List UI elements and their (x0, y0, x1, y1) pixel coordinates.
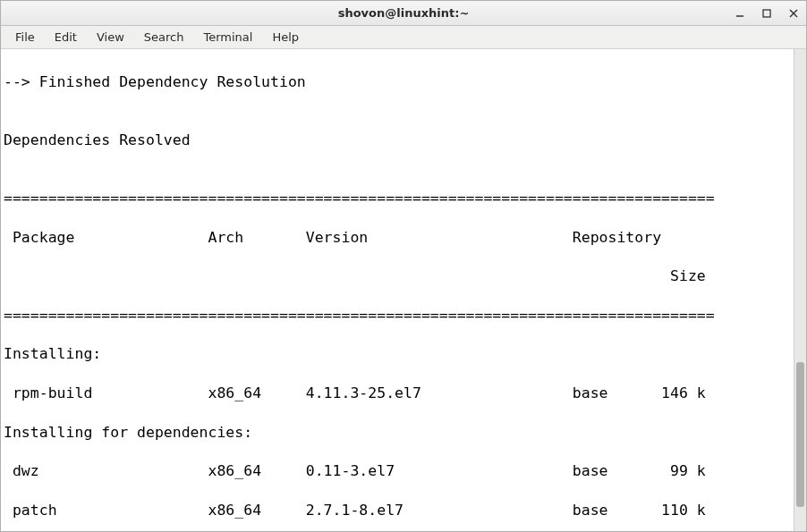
close-button[interactable] (786, 6, 801, 21)
svg-rect-1 (763, 10, 770, 17)
terminal-area: --> Finished Dependency Resolution Depen… (1, 49, 806, 531)
table-row: rpm-build x86_64 4.11.3-25.el7 base 146 … (4, 384, 791, 403)
terminal-line: ========================================… (4, 306, 791, 325)
window-controls (733, 6, 801, 21)
window-titlebar: shovon@linuxhint:~ (1, 1, 806, 26)
section-header: Installing for dependencies: (4, 423, 791, 443)
menu-view[interactable]: View (88, 28, 133, 46)
menu-edit[interactable]: Edit (46, 28, 86, 46)
menu-help[interactable]: Help (263, 28, 308, 46)
terminal-line: ========================================… (4, 189, 791, 208)
window-title: shovon@linuxhint:~ (338, 6, 470, 20)
maximize-icon (762, 9, 771, 18)
scrollbar[interactable] (794, 49, 806, 531)
close-icon (789, 9, 798, 18)
terminal-line: --> Finished Dependency Resolution (4, 72, 791, 92)
maximize-button[interactable] (760, 6, 774, 21)
minimize-icon (735, 9, 744, 18)
table-header: Package Arch Version Repository (4, 228, 791, 248)
menu-search[interactable]: Search (135, 28, 193, 46)
scrollbar-thumb[interactable] (796, 362, 804, 507)
menubar: File Edit View Search Terminal Help (1, 26, 806, 49)
menu-terminal[interactable]: Terminal (194, 28, 261, 46)
table-header: Size (4, 266, 791, 286)
terminal-line: Dependencies Resolved (4, 131, 791, 150)
minimize-button[interactable] (733, 6, 747, 21)
table-row: patch x86_64 2.7.1-8.el7 base 110 k (4, 501, 791, 520)
table-row: dwz x86_64 0.11-3.el7 base 99 k (4, 461, 791, 481)
terminal-output[interactable]: --> Finished Dependency Resolution Depen… (1, 49, 794, 531)
menu-file[interactable]: File (6, 28, 44, 46)
section-header: Installing: (4, 344, 791, 364)
